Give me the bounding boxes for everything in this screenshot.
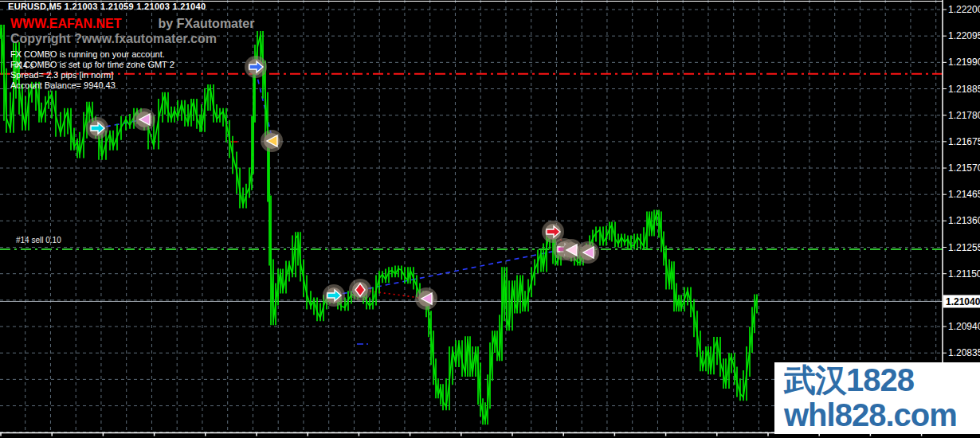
price-axis-label: 1.21885 xyxy=(948,84,980,95)
watermark-line1: 武汉1828 xyxy=(784,362,980,397)
price-axis-label: 1.21675 xyxy=(948,136,980,147)
ea-status-line: Spread= 2.3 pips [in norm] xyxy=(10,70,174,80)
ea-status-block: FX COMBO is running on your account.FX C… xyxy=(10,49,174,91)
ea-brand-line: WWW.EAFAN.NETby FXautomater xyxy=(10,17,254,31)
mt4-chart-window: 1.222001.220951.219901.218851.217801.216… xyxy=(0,0,980,438)
ea-copyright: Copyright ?www.fxautomater.com xyxy=(10,32,217,46)
ea-status-line: Account Balance= 9940.43 xyxy=(10,80,174,91)
ea-brand-by: by FXautomater xyxy=(159,17,255,30)
ea-status-line: FX COMBO is set up for time zone GMT 2 xyxy=(10,60,174,70)
price-axis-label: 1.22200 xyxy=(948,4,980,15)
price-axis-label: 1.20835 xyxy=(948,347,980,358)
price-axis-label: 1.21465 xyxy=(948,189,980,200)
price-axis-label: 1.21150 xyxy=(948,268,980,280)
price-axis-label: 1.21990 xyxy=(948,57,980,68)
watermark-line2: whl828.com xyxy=(784,397,980,432)
price-axis-label: 1.21360 xyxy=(948,215,980,226)
stop-loss-line-label: #14 s xyxy=(14,61,33,70)
price-axis-label: 1.22095 xyxy=(948,30,980,41)
price-axis-label: 1.21570 xyxy=(948,162,980,174)
ea-brand-name: WWW.EAFAN.NET xyxy=(10,17,122,30)
current-price-value: 1.21040 xyxy=(946,296,980,307)
price-axis-label: 1.21780 xyxy=(948,110,980,121)
open-trade-label: #14 sell 0.10 xyxy=(16,236,61,244)
price-axis-label: 1.21255 xyxy=(948,242,980,253)
symbol-ohlc-readout: EURUSD,M5 1.21003 1.21059 1.21003 1.2104… xyxy=(8,2,206,11)
price-axis-label: 1.20940 xyxy=(948,321,980,332)
watermark-banner: 武汉1828 whl828.com xyxy=(774,362,980,434)
ea-status-line: FX COMBO is running on your account. xyxy=(10,49,174,60)
